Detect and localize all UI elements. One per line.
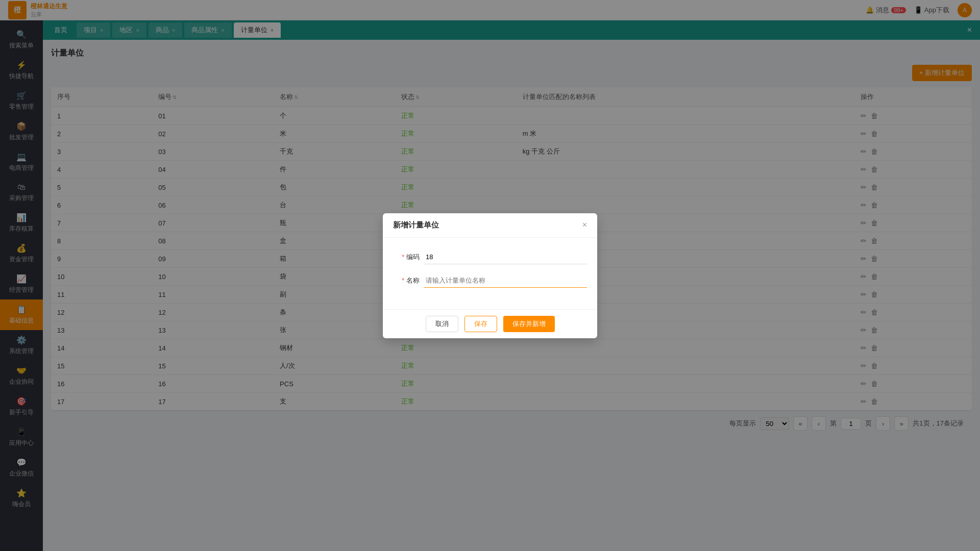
modal-overlay[interactable]: 新增计量单位 × 编码 名称 取消 保存 保存并新增	[0, 0, 980, 551]
modal-footer: 取消 保存 保存并新增	[383, 309, 597, 338]
code-label: 编码	[393, 253, 424, 262]
name-label: 名称	[393, 276, 424, 285]
cancel-button[interactable]: 取消	[426, 316, 458, 332]
save-button[interactable]: 保存	[464, 316, 497, 332]
modal-header: 新增计量单位 ×	[383, 213, 597, 238]
modal-body: 编码 名称	[383, 238, 597, 309]
code-form-item: 编码	[393, 250, 587, 264]
app-wrapper: 橙 橙林通达生意 云库 🔔 消息 99+ 📱 App下载 A	[0, 0, 980, 551]
add-unit-modal: 新增计量单位 × 编码 名称 取消 保存 保存并新增	[383, 213, 597, 338]
name-form-item: 名称	[393, 273, 587, 288]
modal-title: 新增计量单位	[393, 220, 439, 230]
code-input[interactable]	[424, 250, 587, 264]
modal-close-button[interactable]: ×	[582, 220, 587, 230]
save-and-new-button[interactable]: 保存并新增	[503, 316, 555, 332]
name-input[interactable]	[424, 273, 587, 288]
